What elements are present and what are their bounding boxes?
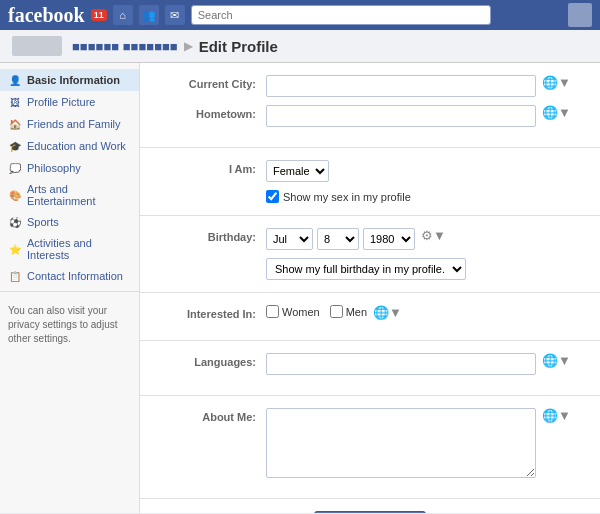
sidebar: Basic Information Profile Picture Friend… <box>0 63 140 513</box>
birthday-privacy-icon[interactable]: ⚙▼ <box>421 228 446 243</box>
languages-privacy-icon[interactable]: 🌐▼ <box>542 353 571 368</box>
gender-row: I Am: Female Male <box>156 160 584 182</box>
notification-badge[interactable]: 11 <box>91 9 107 21</box>
men-checkbox-label: Men <box>330 305 367 318</box>
hometown-label: Hometown: <box>156 105 266 120</box>
sidebar-item-sports[interactable]: Sports <box>0 211 139 233</box>
hometown-row: Hometown: 🌐▼ <box>156 105 584 127</box>
current-city-row: Current City: 🌐▼ <box>156 75 584 97</box>
search-input[interactable] <box>191 5 491 25</box>
photo-icon <box>8 95 22 109</box>
birthday-visibility-select[interactable]: Show my full birthday in my profile. Sho… <box>266 258 466 280</box>
interested-in-row: Interested In: Women Men 🌐▼ <box>156 305 584 320</box>
languages-section: Languages: 🌐▼ <box>140 341 600 396</box>
education-icon <box>8 139 22 153</box>
i-am-label: I Am: <box>156 160 266 175</box>
sports-icon <box>8 215 22 229</box>
save-section: Save Changes <box>140 499 600 513</box>
birthday-visibility-row: Show my full birthday in my profile. Sho… <box>266 258 584 280</box>
sidebar-label-activities: Activities and Interests <box>27 237 131 261</box>
breadcrumb: ■■■■■■ ■■■■■■■ ▶ Edit Profile <box>0 30 600 63</box>
contact-icon <box>8 269 22 283</box>
sidebar-item-education-work[interactable]: Education and Work <box>0 135 139 157</box>
men-checkbox[interactable] <box>330 305 343 318</box>
philosophy-icon <box>8 161 22 175</box>
women-checkbox[interactable] <box>266 305 279 318</box>
gender-section: I Am: Female Male Show my sex in my prof… <box>140 148 600 216</box>
sidebar-item-contact-information[interactable]: Contact Information <box>0 265 139 287</box>
about-me-row: About Me: 🌐▼ <box>156 408 584 478</box>
facebook-logo[interactable]: facebook <box>8 4 85 27</box>
sidebar-item-basic-information[interactable]: Basic Information <box>0 69 139 91</box>
family-icon <box>8 117 22 131</box>
about-me-label: About Me: <box>156 408 266 423</box>
hometown-privacy-icon[interactable]: 🌐▼ <box>542 105 571 120</box>
sidebar-label-contact: Contact Information <box>27 270 123 282</box>
about-me-privacy-icon[interactable]: 🌐▼ <box>542 408 571 423</box>
content-area: Current City: 🌐▼ Hometown: 🌐▼ I Am: Fema… <box>140 63 600 513</box>
current-city-label: Current City: <box>156 75 266 90</box>
birthday-label: Birthday: <box>156 228 266 243</box>
show-sex-row: Show my sex in my profile <box>266 190 584 203</box>
sidebar-label-friends: Friends and Family <box>27 118 121 130</box>
women-checkbox-label: Women <box>266 305 320 318</box>
sidebar-label-profile-pic: Profile Picture <box>27 96 95 108</box>
top-navigation: facebook 11 ⌂ 👥 ✉ <box>0 0 600 30</box>
sidebar-item-arts-entertainment[interactable]: Arts and Entertainment <box>0 179 139 211</box>
hometown-input[interactable] <box>266 105 536 127</box>
profile-thumbnail <box>12 36 62 56</box>
sidebar-item-friends-family[interactable]: Friends and Family <box>0 113 139 135</box>
birthday-section: Birthday: JulJanFebMar AprMayJun AugSepO… <box>140 216 600 293</box>
about-me-section: About Me: 🌐▼ <box>140 396 600 499</box>
friends-icon[interactable]: 👥 <box>139 5 159 25</box>
gender-select[interactable]: Female Male <box>266 160 329 182</box>
languages-input[interactable] <box>266 353 536 375</box>
sidebar-divider <box>0 291 139 292</box>
person-icon <box>8 73 22 87</box>
show-sex-label: Show my sex in my profile <box>283 191 411 203</box>
show-sex-checkbox[interactable] <box>266 190 279 203</box>
profile-name[interactable]: ■■■■■■ ■■■■■■■ <box>72 39 178 54</box>
birthday-month-select[interactable]: JulJanFebMar AprMayJun AugSepOctNovDec <box>266 228 313 250</box>
birthday-selects: JulJanFebMar AprMayJun AugSepOctNovDec 8… <box>266 228 415 250</box>
messages-icon[interactable]: ✉ <box>165 5 185 25</box>
sidebar-label-basic: Basic Information <box>27 74 120 86</box>
sidebar-label-arts: Arts and Entertainment <box>27 183 131 207</box>
sidebar-label-sports: Sports <box>27 216 59 228</box>
privacy-note: You can also visit your privacy settings… <box>0 296 139 354</box>
interested-in-section: Interested In: Women Men 🌐▼ <box>140 293 600 341</box>
current-city-input[interactable] <box>266 75 536 97</box>
arts-icon <box>8 188 22 202</box>
about-me-textarea[interactable] <box>266 408 536 478</box>
interested-in-label: Interested In: <box>156 305 266 320</box>
breadcrumb-separator: ▶ <box>184 39 193 53</box>
page-title: Edit Profile <box>199 38 278 55</box>
interest-checkboxes: Women Men <box>266 305 367 318</box>
user-avatar-nav[interactable] <box>568 3 592 27</box>
current-city-privacy-icon[interactable]: 🌐▼ <box>542 75 571 90</box>
women-label: Women <box>282 306 320 318</box>
home-icon[interactable]: ⌂ <box>113 5 133 25</box>
sidebar-item-profile-picture[interactable]: Profile Picture <box>0 91 139 113</box>
main-layout: Basic Information Profile Picture Friend… <box>0 63 600 513</box>
languages-label: Languages: <box>156 353 266 368</box>
men-label: Men <box>346 306 367 318</box>
sidebar-label-philo: Philosophy <box>27 162 81 174</box>
birthday-year-select[interactable]: 1980 <box>363 228 415 250</box>
languages-row: Languages: 🌐▼ <box>156 353 584 375</box>
sidebar-item-activities-interests[interactable]: Activities and Interests <box>0 233 139 265</box>
sidebar-item-philosophy[interactable]: Philosophy <box>0 157 139 179</box>
birthday-row: Birthday: JulJanFebMar AprMayJun AugSepO… <box>156 228 584 250</box>
save-changes-button[interactable]: Save Changes <box>314 511 426 513</box>
birthday-day-select[interactable]: 8 <box>317 228 359 250</box>
activities-icon <box>8 242 22 256</box>
sidebar-label-edu: Education and Work <box>27 140 126 152</box>
location-section: Current City: 🌐▼ Hometown: 🌐▼ <box>140 63 600 148</box>
interested-in-privacy-icon[interactable]: 🌐▼ <box>373 305 402 320</box>
